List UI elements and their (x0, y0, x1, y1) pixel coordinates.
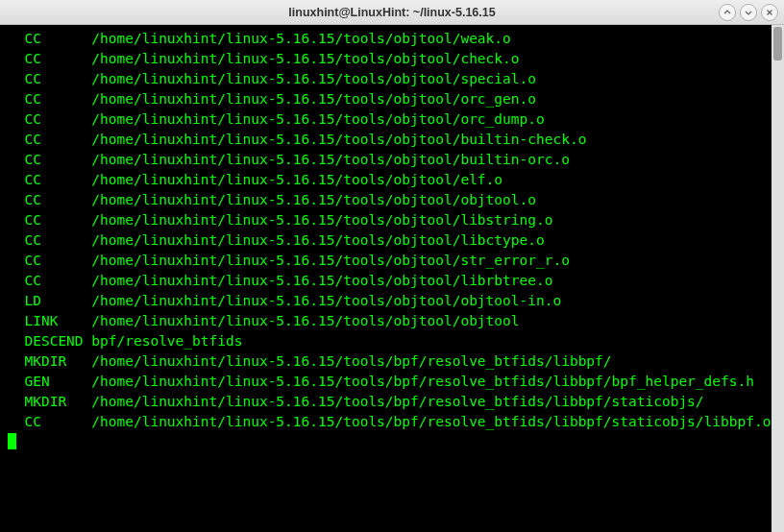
terminal-line: CC /home/linuxhint/linux-5.16.15/tools/o… (8, 230, 778, 251)
maximize-button[interactable] (740, 4, 757, 21)
terminal-cursor-line (8, 432, 778, 452)
terminal-line: CC /home/linuxhint/linux-5.16.15/tools/o… (8, 109, 778, 130)
terminal-line: CC /home/linuxhint/linux-5.16.15/tools/o… (8, 49, 778, 69)
terminal-line: MKDIR /home/linuxhint/linux-5.16.15/tool… (8, 392, 778, 412)
terminal-line: CC /home/linuxhint/linux-5.16.15/tools/o… (8, 150, 778, 170)
terminal-line: CC /home/linuxhint/linux-5.16.15/tools/o… (8, 251, 778, 271)
vertical-scrollbar[interactable] (772, 25, 784, 532)
terminal-line: CC /home/linuxhint/linux-5.16.15/tools/o… (8, 271, 778, 291)
scrollbar-thumb[interactable] (773, 27, 782, 60)
terminal-line: MKDIR /home/linuxhint/linux-5.16.15/tool… (8, 351, 778, 372)
window-title: linuxhint@LinuxHint: ~/linux-5.16.15 (288, 6, 495, 19)
terminal-line: DESCEND bpf/resolve_btfids (8, 331, 778, 351)
window-controls (719, 4, 778, 21)
terminal-line: CC /home/linuxhint/linux-5.16.15/tools/o… (8, 130, 778, 150)
terminal-line: CC /home/linuxhint/linux-5.16.15/tools/o… (8, 29, 778, 49)
close-icon (766, 9, 773, 16)
minimize-button[interactable] (719, 4, 736, 21)
terminal-line: CC /home/linuxhint/linux-5.16.15/tools/o… (8, 190, 778, 210)
terminal-line: CC /home/linuxhint/linux-5.16.15/tools/b… (8, 412, 778, 432)
terminal-line: LD /home/linuxhint/linux-5.16.15/tools/o… (8, 291, 778, 311)
terminal-line: LINK /home/linuxhint/linux-5.16.15/tools… (8, 311, 778, 331)
terminal-window: linuxhint@LinuxHint: ~/linux-5.16.15 CC … (0, 0, 784, 532)
terminal-line: GEN /home/linuxhint/linux-5.16.15/tools/… (8, 372, 778, 392)
close-button[interactable] (761, 4, 778, 21)
maximize-icon (745, 9, 752, 16)
terminal-line: CC /home/linuxhint/linux-5.16.15/tools/o… (8, 170, 778, 190)
titlebar[interactable]: linuxhint@LinuxHint: ~/linux-5.16.15 (0, 0, 784, 25)
terminal-line: CC /home/linuxhint/linux-5.16.15/tools/o… (8, 210, 778, 230)
terminal-output[interactable]: CC /home/linuxhint/linux-5.16.15/tools/o… (0, 25, 784, 532)
terminal-line: CC /home/linuxhint/linux-5.16.15/tools/o… (8, 69, 778, 89)
minimize-icon (723, 9, 731, 16)
terminal-line: CC /home/linuxhint/linux-5.16.15/tools/o… (8, 89, 778, 109)
terminal-cursor (8, 433, 16, 449)
